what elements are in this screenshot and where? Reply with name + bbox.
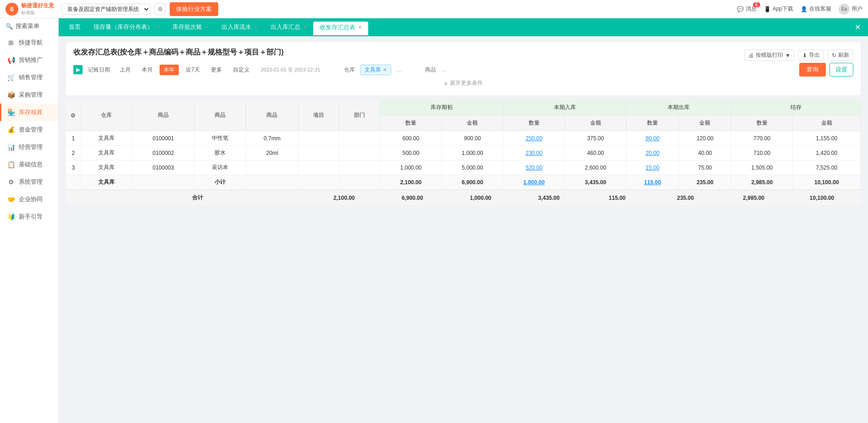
tab-home[interactable]: 首页 [62,20,87,35]
sidebar-item-system[interactable]: ⚙ 系统管理 [0,173,58,191]
online-service-item[interactable]: 👤 在线客服 [801,5,831,13]
row-spec: 0.7mm [246,131,298,146]
sidebar-item-newbie[interactable]: 🔰 新手引导 [0,208,58,225]
row-out-qty: 115.00 [626,175,679,190]
sidebar-item-inventory[interactable]: 🏪 库存核算 [0,104,58,121]
tab-inout-summary-close[interactable]: ✕ [303,24,307,29]
footer-in-qty: 1,000.00 [447,195,515,201]
row-init-qty: 2,100.00 [380,175,442,190]
message-icon: 💬 [737,6,744,12]
logo-area: 6 畅捷通好生意 标准版 [6,2,54,16]
footer-label: 合计 [85,194,310,202]
expand-row: ∨ 展开更多条件 [73,77,853,90]
phone-icon: 📱 [764,6,771,12]
col-warehouse: 仓库 [81,100,133,131]
tab-inout-summary[interactable]: 出入库汇总 ✕ [264,20,313,35]
subtotal-in-qty-link[interactable]: 1,000.00 [523,179,545,186]
tab-batch-close[interactable]: ✕ [205,24,209,29]
sidebar-search[interactable]: 🔍 搜索菜单 [0,18,58,34]
refresh-button[interactable]: ↻ 刷新 [828,49,853,61]
date-btn-this-month[interactable]: 本月 [138,65,157,75]
user-item[interactable]: Ea 用户 [839,4,862,15]
goods-more-btn[interactable]: ... [442,66,446,73]
in-qty-link[interactable]: 250.00 [525,135,542,142]
out-qty-link[interactable]: 80.00 [646,135,659,142]
sidebar-label-inventory: 库存核算 [19,108,43,116]
tab-inout-flow-close[interactable]: ✕ [254,24,258,29]
col-bal-amt: 金额 [793,115,861,131]
row-warehouse: 文具库 [81,160,133,175]
page-title: 收发存汇总表(按仓库＋商品编码＋商品＋规格型号＋项目＋部门) [73,48,284,57]
enterprise-icon: 🤝 [7,196,15,203]
date-btn-this-year[interactable]: 本年 [160,65,179,75]
sidebar-item-purchase[interactable]: 📦 采购管理 [0,86,58,104]
expand-more-btn[interactable]: ∨ 展开更多条件 [444,79,483,87]
sidebar-label-operations: 经营管理 [19,143,43,151]
tab-stock-dist-close[interactable]: ✕ [156,24,160,29]
date-filter: 上月 本月 本年 近7天 更多 自定义 [116,65,254,75]
footer-bal-amt: 10,100.00 [788,195,856,201]
row-bal-amt: 1,155.00 [793,131,861,146]
tab-inout-flow[interactable]: 出入库流水 ✕ [215,20,264,35]
tab-stock-dist[interactable]: 现存量（库存分布表） ✕ [87,20,166,35]
date-btn-last-month[interactable]: 上月 [116,65,135,75]
filter-expand-btn[interactable]: ▶ [73,65,83,74]
app-download-item[interactable]: 📱 App下载 [764,5,793,13]
row-no: 3 [66,160,81,175]
warehouse-tag: 文具库 ✕ [360,65,391,75]
tab-recv-send[interactable]: 收发存汇总表 ✕ [313,22,368,35]
setting-button[interactable]: 设置 [829,63,853,77]
row-no [66,175,81,190]
out-qty-link[interactable]: 20.00 [646,150,659,156]
sidebar-label-newbie: 新手引导 [19,213,43,221]
tab-batch[interactable]: 库存批次账 ✕ [166,20,215,35]
settings-icon[interactable]: ⚙ [154,3,166,15]
col-init-qty: 数量 [380,115,442,131]
warehouse-tag-close[interactable]: ✕ [383,67,387,73]
col-spec: 商品 [246,100,298,131]
table-row: 3 文具库 0100003 采访本 1,000.00 5,000.00 520.… [66,160,861,175]
sidebar-item-marketing[interactable]: 📢 营销推广 [0,51,58,69]
row-out-amt: 235.00 [679,175,731,190]
system-select[interactable]: 装备及固定资产辅助管理系统 [61,4,150,15]
row-bal-qty: 2,985.00 [731,175,793,190]
quick-nav-icon: ⊞ [7,39,15,46]
row-init-qty: 500.00 [380,146,442,160]
sidebar-item-finance[interactable]: 💰 资金管理 [0,121,58,138]
row-in-amt: 2,600.00 [565,160,626,175]
date-btn-7days[interactable]: 近7天 [182,65,204,75]
date-btn-custom[interactable]: 自定义 [229,65,254,75]
row-init-amt: 6,900.00 [442,175,503,190]
query-button[interactable]: 查询 [799,63,826,77]
warehouse-more-btn[interactable]: ... [397,66,401,73]
sidebar-item-quick-nav[interactable]: ⊞ 快捷导航 [0,34,58,51]
sidebar-item-operations[interactable]: 📊 经营管理 [0,138,58,156]
table-row: 文具库 小计 2,100.00 6,900.00 1,000.00 3,435.… [66,175,861,190]
sidebar-item-enterprise[interactable]: 🤝 企业协同 [0,191,58,208]
message-badge: 6 [753,2,760,7]
out-qty-link[interactable]: 15.00 [646,165,659,171]
subtotal-out-qty-link[interactable]: 115.00 [644,179,661,186]
col-out-amt: 金额 [679,115,731,131]
date-btn-more[interactable]: 更多 [207,65,226,75]
newbie-icon: 🔰 [7,213,15,220]
in-qty-link[interactable]: 520.00 [525,165,542,171]
message-item[interactable]: 💬 消息 6 [737,5,757,13]
trial-button[interactable]: 体验行业方案 [170,2,218,16]
sidebar-item-sales[interactable]: 🛒 销售管理 [0,69,58,86]
table-row: 2 文具库 0100002 胶水 20ml 500.00 1,000.00 23… [66,146,861,160]
marketing-icon: 📢 [7,56,15,64]
export-button[interactable]: ⬇ 导出 [798,49,824,61]
tab-recv-send-label: 收发存汇总表 [320,23,355,32]
col-group-init: 库存期初 [380,100,503,115]
col-group-bal: 结存 [731,100,861,115]
sidebar-label-enterprise: 企业协同 [19,195,43,203]
page-header: 收发存汇总表(按仓库＋商品编码＋商品＋规格型号＋项目＋部门) 🖨 按模版打印 ▼… [66,42,861,95]
tab-bar-close-all[interactable]: ✕ [851,23,864,32]
tab-recv-send-close[interactable]: ✕ [358,25,362,30]
in-qty-link[interactable]: 230.00 [525,150,542,156]
print-button[interactable]: 🖨 按模版打印 ▼ [744,49,795,61]
row-in-qty: 230.00 [503,146,564,160]
col-group-in: 本期入库 [503,100,626,115]
sidebar-item-basic[interactable]: 📋 基础信息 [0,156,58,173]
